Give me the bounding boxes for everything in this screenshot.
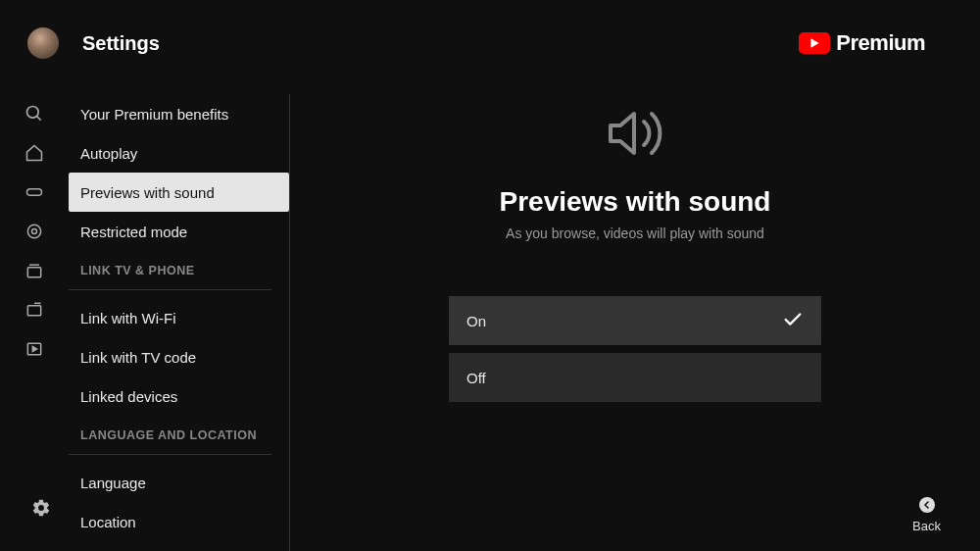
- sidebar: Your Premium benefits Autoplay Previews …: [0, 94, 290, 551]
- sidebar-item-label: Your Premium benefits: [80, 106, 228, 123]
- content-description: As you browse, videos will play with sou…: [506, 225, 764, 241]
- play-box-icon: [0, 329, 69, 369]
- sidebar-item-label: Location: [80, 514, 136, 530]
- sidebar-item-language[interactable]: Language: [69, 463, 289, 502]
- svg-point-0: [27, 107, 39, 119]
- svg-rect-9: [27, 306, 40, 316]
- sidebar-item-label: Restricted mode: [80, 224, 187, 240]
- sidebar-item-previews-with-sound[interactable]: Previews with sound: [69, 173, 289, 212]
- svg-rect-7: [27, 268, 40, 277]
- sidebar-item-link-wifi[interactable]: Link with Wi-Fi: [69, 298, 289, 337]
- svg-point-5: [27, 225, 40, 237]
- sidebar-item-link-tv-code[interactable]: Link with TV code: [69, 337, 289, 376]
- option-on[interactable]: On: [449, 296, 821, 345]
- option-label: On: [466, 313, 486, 329]
- back-label: Back: [912, 519, 941, 533]
- home-icon: [0, 133, 69, 173]
- sidebar-item-label: Language: [80, 475, 146, 491]
- sidebar-item-premium-benefits[interactable]: Your Premium benefits: [69, 94, 289, 133]
- library-icon: [0, 290, 69, 329]
- speaker-icon: [601, 104, 669, 167]
- premium-word: Premium: [836, 30, 925, 56]
- youtube-play-icon: [799, 32, 830, 54]
- back-button[interactable]: Back: [912, 497, 941, 533]
- sidebar-item-label: Link with Wi-Fi: [80, 310, 176, 326]
- sidebar-item-label: Link with TV code: [80, 349, 196, 366]
- sidebar-item-autoplay[interactable]: Autoplay: [69, 133, 289, 173]
- svg-line-1: [37, 117, 41, 121]
- section-header-language: LANGUAGE AND LOCATION: [69, 416, 271, 455]
- search-icon: [0, 94, 69, 133]
- option-label: Off: [466, 370, 486, 386]
- section-header-link-tv: LINK TV & PHONE: [69, 251, 271, 290]
- premium-logo: Premium: [799, 30, 925, 56]
- option-off[interactable]: Off: [449, 353, 821, 402]
- sidebar-item-location[interactable]: Location: [69, 502, 289, 541]
- settings-gear-icon[interactable]: [31, 498, 51, 522]
- subscriptions-icon: [0, 251, 69, 290]
- sidebar-item-label: Linked devices: [80, 388, 177, 405]
- gaming-icon: [0, 173, 69, 212]
- sidebar-item-label: Previews with sound: [80, 184, 215, 201]
- target-icon: [0, 212, 69, 251]
- content-title: Previews with sound: [500, 186, 771, 218]
- svg-rect-2: [27, 189, 42, 196]
- sidebar-item-label: Autoplay: [80, 145, 137, 162]
- svg-point-6: [32, 229, 37, 234]
- sidebar-item-restricted-mode[interactable]: Restricted mode: [69, 212, 289, 251]
- back-icon: [919, 497, 935, 513]
- page-title: Settings: [82, 32, 160, 55]
- avatar[interactable]: [27, 27, 59, 59]
- content-panel: Previews with sound As you browse, video…: [290, 86, 980, 551]
- check-icon: [782, 309, 804, 333]
- sidebar-item-linked-devices[interactable]: Linked devices: [69, 376, 289, 416]
